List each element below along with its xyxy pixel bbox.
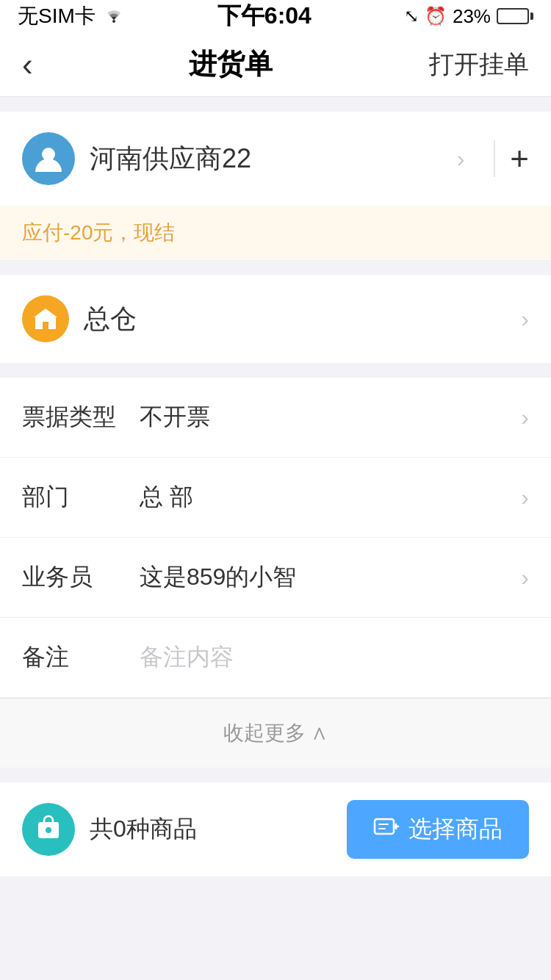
invoice-type-label: 票据类型 bbox=[22, 401, 140, 433]
select-product-label: 选择商品 bbox=[408, 813, 503, 846]
warehouse-chevron-icon: › bbox=[521, 306, 529, 333]
supplier-chevron-icon: › bbox=[457, 145, 465, 173]
warehouse-section: 总仓 › bbox=[0, 275, 551, 363]
nav-bar: ‹ 进货单 打开挂单 bbox=[0, 32, 551, 97]
select-product-icon bbox=[373, 815, 400, 844]
page-title: 进货单 bbox=[189, 46, 273, 83]
supplier-divider bbox=[494, 140, 495, 177]
battery-percent: 23% bbox=[453, 5, 491, 28]
location-icon: ⤡ bbox=[404, 6, 419, 26]
status-indicators: ⤡ ⏰ 23% bbox=[404, 5, 533, 28]
svg-rect-7 bbox=[375, 819, 394, 834]
svg-point-0 bbox=[112, 20, 115, 23]
supplier-name: 河南供应商22 bbox=[90, 141, 457, 177]
footer-row: 共0种商品 选择商品 bbox=[0, 782, 551, 876]
bottom-area bbox=[0, 876, 551, 980]
section-divider-1 bbox=[0, 97, 551, 112]
supplier-section: 河南供应商22 › + 应付-20元，现结 bbox=[0, 112, 551, 260]
collapse-row[interactable]: 收起更多 ∧ bbox=[0, 698, 551, 768]
invoice-type-row[interactable]: 票据类型 不开票 › bbox=[0, 378, 551, 458]
status-bar: 无SIM卡 下午6:04 ⤡ ⏰ 23% bbox=[0, 0, 551, 32]
remark-placeholder: 备注内容 bbox=[140, 641, 529, 674]
invoice-type-chevron-icon: › bbox=[521, 404, 529, 431]
select-product-button[interactable]: 选择商品 bbox=[347, 800, 529, 859]
salesperson-value: 这是859的小智 bbox=[140, 561, 521, 594]
svg-marker-3 bbox=[34, 309, 57, 317]
department-row[interactable]: 部门 总 部 › bbox=[0, 458, 551, 538]
salesperson-label: 业务员 bbox=[22, 561, 140, 594]
svg-rect-4 bbox=[43, 322, 48, 329]
product-count: 共0种商品 bbox=[90, 813, 347, 846]
remark-label: 备注 bbox=[22, 641, 140, 674]
collapse-text: 收起更多 ∧ bbox=[223, 719, 328, 747]
salesperson-chevron-icon: › bbox=[521, 564, 529, 591]
add-button[interactable]: + bbox=[510, 143, 529, 175]
warehouse-row[interactable]: 总仓 › bbox=[0, 275, 551, 363]
carrier-text: 无SIM卡 bbox=[18, 2, 96, 30]
svg-point-6 bbox=[46, 827, 51, 833]
product-icon bbox=[22, 803, 75, 856]
wifi-icon bbox=[103, 4, 125, 28]
notice-text: 应付-20元，现结 bbox=[22, 221, 175, 244]
department-label: 部门 bbox=[22, 481, 140, 514]
open-pending-button[interactable]: 打开挂单 bbox=[429, 48, 529, 82]
supplier-avatar bbox=[22, 132, 75, 185]
section-divider-3 bbox=[0, 363, 551, 378]
remark-row[interactable]: 备注 备注内容 bbox=[0, 618, 551, 698]
department-chevron-icon: › bbox=[521, 484, 529, 511]
form-section: 票据类型 不开票 › 部门 总 部 › 业务员 这是859的小智 › 备注 备注… bbox=[0, 378, 551, 768]
battery-icon bbox=[497, 8, 533, 24]
section-divider-2 bbox=[0, 260, 551, 275]
salesperson-row[interactable]: 业务员 这是859的小智 › bbox=[0, 538, 551, 618]
back-button[interactable]: ‹ bbox=[22, 48, 33, 81]
supplier-row[interactable]: 河南供应商22 › + bbox=[0, 112, 551, 206]
status-time: 下午6:04 bbox=[217, 0, 311, 32]
warehouse-icon bbox=[22, 295, 69, 342]
notice-bar: 应付-20元，现结 bbox=[0, 206, 551, 260]
department-value: 总 部 bbox=[140, 481, 521, 514]
alarm-icon: ⏰ bbox=[425, 6, 447, 26]
warehouse-name: 总仓 bbox=[84, 301, 521, 337]
invoice-type-value: 不开票 bbox=[140, 401, 521, 433]
status-carrier: 无SIM卡 bbox=[18, 2, 125, 30]
